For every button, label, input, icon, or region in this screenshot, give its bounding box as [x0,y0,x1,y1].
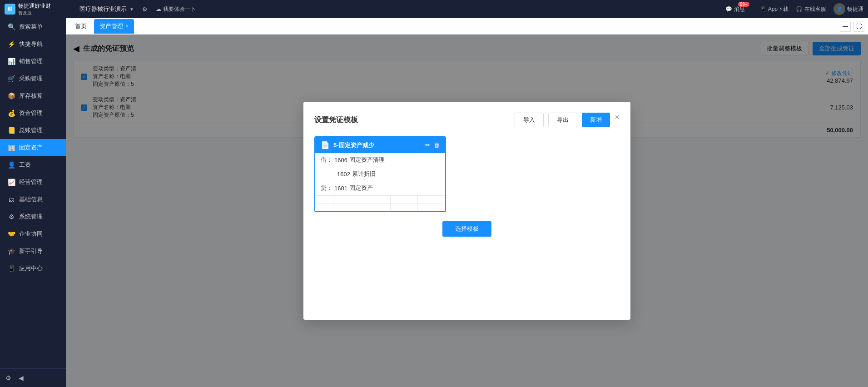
dropdown-icon: ▼ [129,7,134,12]
service-icon: 🎧 [796,6,803,12]
tab-bar: 首页 资产管理 × — ⛶ [66,18,868,35]
experience-btn[interactable]: ☁ 我要体验一下 [156,5,196,13]
finance-icon: 💰 [7,109,15,117]
sidebar-item-search[interactable]: 🔍 搜索菜单 [0,18,66,35]
template-edit-btn[interactable]: ✏ [425,142,430,149]
user-name: 畅捷通 [847,5,863,13]
tab-close-icon[interactable]: × [126,24,129,29]
sidebar-item-finance[interactable]: 💰 资金管理 [0,104,66,122]
sidebar-item-quicknav[interactable]: ⚡ 快捷导航 [0,35,66,53]
debit-row-1: 借： 1606 固定资产清理 [315,153,445,167]
sidebar-item-sales[interactable]: 📊 销售管理 [0,53,66,70]
sidebar-item-system[interactable]: ⚙ 系统管理 [0,208,66,225]
logo-text: 畅捷通好业财 [18,2,51,10]
page-content: ◀ 生成的凭证预览 批量调整模板 全部生成凭证 ✓ 变动类型：资产清 资产名 [66,35,868,387]
content-area: 首页 资产管理 × — ⛶ ◀ 生成的凭证预览 [66,18,868,387]
modal-title: 设置凭证模板 [314,115,358,125]
sidebar-label-payroll: 工资 [19,161,31,169]
sidebar-collapse-btn[interactable]: ◀ [17,372,25,383]
logo-icon: 财 [5,4,15,15]
sidebar-item-appcenter[interactable]: 📱 应用中心 [0,260,66,277]
grid-cell-empty-2 [333,196,391,203]
cloud-icon: ☁ [156,6,161,12]
tab-asset[interactable]: 资产管理 × [94,19,134,34]
modal-header-actions: 导入 导出 新增 × [515,113,620,127]
top-bar-right: 💬 消息 99+ 📱 App下载 🎧 在线客服 👤 畅捷通 [725,3,863,15]
messages-badge: 99+ [738,2,749,7]
new-btn[interactable]: 新增 [582,113,610,127]
debit-name-2: 累计折旧 [352,170,376,178]
operations-icon: 📈 [7,179,15,186]
debit-code-1: 1606 [334,157,347,164]
template-card-header: 📄 5-固定资产减少 ✏ 🗑 [315,137,445,153]
system-icon: ⚙ [7,213,15,220]
doc-icon: 📄 [321,141,330,149]
grid-row-cell-1 [315,203,333,211]
fixed-icon: 🏢 [7,144,15,151]
enterprise-icon: 🤝 [7,230,15,238]
grid-cell-empty-3 [391,196,418,203]
import-btn[interactable]: 导入 [515,113,544,127]
modal-header: 设置凭证模板 导入 导出 新增 × [314,113,620,127]
sidebar-item-guide[interactable]: 🎓 新手引导 [0,243,66,260]
sidebar-item-payroll[interactable]: 👤 工资 [0,156,66,174]
template-grid-row [315,203,445,211]
modal-set-template: 设置凭证模板 导入 导出 新增 × 📄 5-固定资 [303,102,630,320]
template-card-actions: ✏ 🗑 [425,142,440,149]
logo-area: 财 畅捷通好业财 普及版 [5,2,70,16]
debit-name-1: 固定资产清理 [349,156,385,164]
phone-icon: 📱 [759,6,766,12]
payroll-icon: 👤 [7,161,15,169]
grid-row-cell-2 [333,203,391,211]
main-layout: 🔍 搜索菜单 ⚡ 快捷导航 📊 销售管理 🛒 采购管理 📦 库存核算 💰 [0,18,868,387]
debit-row-2: 1602 累计折旧 [315,167,445,181]
grid-row-cell-4 [418,203,445,211]
tab-home[interactable]: 首页 [69,19,92,34]
sidebar-label-ledger: 总账管理 [19,126,43,134]
sidebar-label-purchase: 采购管理 [19,74,43,83]
grid-cell-empty-4 [418,196,445,203]
export-btn[interactable]: 导出 [548,113,577,127]
ledger-icon: 📒 [7,127,15,134]
logo-sub: 普及版 [18,10,51,16]
sidebar-item-operations[interactable]: 📈 经营管理 [0,174,66,191]
sidebar-item-basic[interactable]: 🗂 基础信息 [0,191,66,208]
sidebar-label-sales: 销售管理 [19,57,43,65]
credit-name-1: 固定资产 [349,184,373,192]
template-delete-btn[interactable]: 🗑 [434,142,440,149]
online-service-btn[interactable]: 🎧 在线客服 [796,5,826,13]
select-template-btn[interactable]: 选择模板 [442,221,491,237]
user-area[interactable]: 👤 畅捷通 [833,3,863,15]
grid-row-cell-3 [391,203,418,211]
app-container: 财 畅捷通好业财 普及版 医疗器械行业演示 ▼ ⚙ ☁ 我要体验一下 💬 消息 … [0,0,868,387]
sidebar-item-purchase[interactable]: 🛒 采购管理 [0,70,66,87]
guide-icon: 🎓 [7,248,15,255]
sidebar-label-basic: 基础信息 [19,195,43,203]
credit-code-1: 1601 [334,185,347,192]
inventory-icon: 📦 [7,92,15,99]
basic-icon: 🗂 [7,196,15,203]
online-service-label: 在线客服 [804,5,826,13]
messages-btn[interactable]: 💬 消息 99+ [725,5,745,13]
sidebar: 🔍 搜索菜单 ⚡ 快捷导航 📊 销售管理 🛒 采购管理 📦 库存核算 💰 [0,18,66,387]
tab-minimize-btn[interactable]: — [840,21,851,32]
tab-maximize-btn[interactable]: ⛶ [853,21,864,32]
sidebar-item-inventory[interactable]: 📦 库存核算 [0,87,66,104]
credit-row-1: 贷： 1601 固定资产 [315,181,445,195]
experience-text: 我要体验一下 [163,5,196,13]
company-selector[interactable]: 医疗器械行业演示 ▼ [79,5,134,13]
sidebar-item-fixed[interactable]: 🏢 固定资产 [0,139,66,156]
app-download-btn[interactable]: 📱 App下载 [759,5,789,13]
sidebar-item-enterprise[interactable]: 🤝 企业协同 [0,225,66,243]
sidebar-label-system: 系统管理 [19,213,43,221]
sidebar-settings-btn[interactable]: ⚙ [4,372,13,383]
sidebar-item-ledger[interactable]: 📒 总账管理 [0,122,66,139]
template-card-body: 借： 1606 固定资产清理 1602 累计折旧 贷： [315,153,445,211]
app-download-label: App下载 [768,5,789,13]
company-name: 医疗器械行业演示 [79,5,127,13]
sidebar-label-inventory: 库存核算 [19,92,43,100]
debit-code-2: 1602 [337,171,350,178]
modal-close-btn[interactable]: × [615,113,620,127]
sidebar-label-operations: 经营管理 [19,178,43,186]
settings-icon-btn[interactable]: ⚙ [139,3,151,15]
